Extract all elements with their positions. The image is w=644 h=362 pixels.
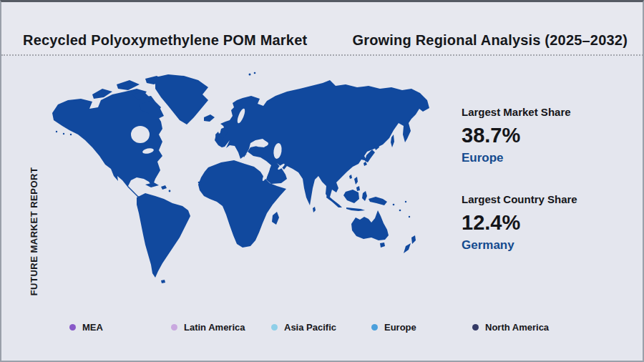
legend-item-north-america: North America [472, 322, 549, 333]
legend-dot-europe [371, 324, 378, 331]
infographic-canvas: { "header": { "title_left": "Recycled Po… [0, 0, 644, 362]
world-map-svg [48, 70, 431, 288]
stat-market-share: Largest Market Share 38.7% Europe [462, 106, 633, 165]
legend-dot-mea [69, 324, 76, 331]
legend-label: MEA [82, 322, 103, 333]
stat-region: Germany [462, 238, 633, 253]
legend-dot-latin-america [171, 324, 177, 331]
legend-label: North America [485, 322, 549, 333]
stat-label: Largest Country Share [462, 193, 633, 205]
legend-item-mea: MEA [69, 322, 103, 333]
legend-item-latin-america: Latin America [171, 322, 245, 333]
legend-dot-north-america [472, 324, 479, 331]
page-title-left: Recycled Polyoxymethylene POM Market [23, 32, 307, 49]
stat-value: 38.7% [462, 124, 633, 147]
world-map-land [52, 72, 429, 283]
stat-value: 12.4% [462, 211, 633, 235]
legend-label: Europe [384, 322, 416, 333]
stat-region: Europe [462, 151, 633, 165]
page-title-right: Growing Regional Analysis (2025–2032) [352, 32, 628, 49]
legend-item-asia-pacific: Asia Pacific [271, 322, 336, 333]
legend-dot-asia-pacific [271, 324, 278, 331]
legend-label: Asia Pacific [284, 322, 336, 333]
title-bar: Recycled Polyoxymethylene POM Market Gro… [1, 2, 644, 56]
legend-label: Latin America [184, 322, 245, 333]
legend-item-europe: Europe [371, 322, 416, 333]
stat-country-share: Largest Country Share 12.4% Germany [462, 193, 633, 253]
stat-label: Largest Market Share [462, 106, 633, 118]
brand-watermark-text: FUTURE MARKET REPORT [29, 167, 40, 295]
world-map [48, 70, 431, 288]
